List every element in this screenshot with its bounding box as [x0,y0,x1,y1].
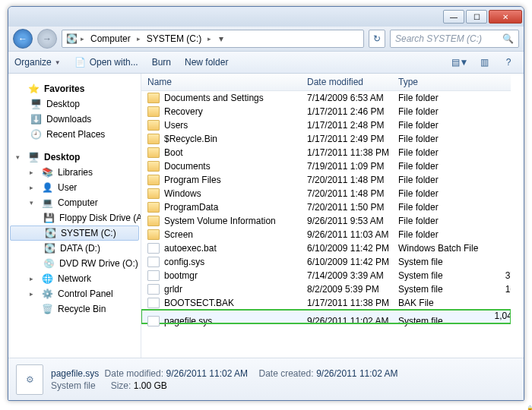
open-with-button[interactable]: 📄Open with... [74,56,138,68]
nav-downloads[interactable]: ⬇️Downloads [10,112,139,127]
file-list[interactable]: Name Date modified Type Size Documents a… [141,74,511,358]
refresh-button[interactable]: ↻ [369,30,385,48]
file-row[interactable]: System Volume Information9/26/2011 9:53 … [141,214,511,228]
collapse-icon[interactable]: ▾ [16,153,23,161]
file-icon [147,270,160,281]
file-type: System file [398,284,482,295]
nav-data-d[interactable]: 💽DATA (D:) [10,241,139,256]
file-name: pagefile.sys [164,316,212,326]
help-button[interactable]: ? [499,55,518,70]
search-box[interactable]: Search SYSTEM (C:) 🔍 [390,30,519,48]
close-button[interactable]: ✕ [489,10,522,24]
collapse-icon[interactable]: ▾ [30,199,36,207]
file-type: File folder [398,120,482,131]
file-type: File folder [398,93,482,103]
control-panel-icon: ⚙️ [41,288,53,300]
file-row[interactable]: grldr8/2/2009 5:39 PMSystem file168 KB [141,282,511,296]
address-dropdown[interactable]: ▾ [214,33,228,44]
file-type: File folder [398,134,482,144]
breadcrumb-computer[interactable]: Computer [87,33,134,44]
col-size[interactable]: Size [482,77,511,87]
col-name[interactable]: Name [147,77,307,87]
desktop-icon: 🖥️ [27,151,40,163]
nav-libraries[interactable]: ▸📚Libraries [10,165,139,180]
file-row[interactable]: bootmgr7/14/2009 3:39 AMSystem file375 K… [141,269,511,282]
file-name: Documents and Settings [164,93,264,103]
chevron-right-icon: ▸ [207,35,211,43]
col-date[interactable]: Date modified [307,77,398,87]
expand-icon[interactable]: ▸ [30,184,36,191]
nav-recycle-bin[interactable]: 🗑️Recycle Bin [10,301,139,317]
view-menu[interactable]: ▤▼ [451,55,469,70]
folder-icon [147,229,160,240]
minimize-button[interactable]: — [443,10,464,24]
file-row[interactable]: BOOTSECT.BAK1/17/2011 11:38 PMBAK File8 … [141,296,511,310]
file-row[interactable]: Documents7/19/2011 1:09 PMFile folder [141,159,511,173]
file-type: File folder [398,175,482,185]
nav-desktop-fav[interactable]: 🖥️Desktop [10,96,139,112]
file-row[interactable]: ProgramData7/20/2011 1:50 PMFile folder [141,200,511,214]
nav-control-panel[interactable]: ▸⚙️Control Panel [10,286,139,301]
file-row[interactable]: autoexec.bat6/10/2009 11:42 PMWindows Ba… [141,241,511,255]
file-row[interactable]: $Recycle.Bin1/17/2011 2:49 PMFile folder [141,132,511,146]
file-name: Recovery [164,106,203,117]
chevron-right-icon: ▸ [81,35,84,43]
titlebar: — ☐ ✕ [8,7,524,27]
nav-system-c[interactable]: 💽SYSTEM (C:) [10,226,139,241]
file-row[interactable]: Windows7/20/2011 1:48 PMFile folder [141,187,511,200]
star-icon: ⭐ [27,83,40,95]
maximize-button[interactable]: ☐ [466,10,487,24]
file-date: 7/20/2011 1:50 PM [307,202,398,213]
nav-favorites[interactable]: ⭐Favorites [10,81,139,96]
expand-icon[interactable]: ▸ [30,290,36,298]
file-row[interactable]: Recovery1/17/2011 2:46 PMFile folder [141,105,511,118]
floppy-icon: 💾 [43,212,55,224]
file-date: 9/26/2011 11:03 AM [307,229,398,240]
preview-pane-button[interactable]: ▥ [475,55,493,70]
nav-dvd[interactable]: 💿DVD RW Drive (O:) [10,256,139,271]
details-type: System file [51,380,96,391]
refresh-icon: ↻ [373,33,381,44]
file-name: ProgramData [164,202,218,213]
downloads-icon: ⬇️ [30,113,42,125]
nav-user[interactable]: ▸👤User [10,180,139,195]
back-button[interactable]: ← [13,29,33,49]
chevron-down-icon: ▼ [460,57,469,68]
nav-recent[interactable]: 🕘Recent Places [10,127,139,142]
organize-menu[interactable]: Organize▼ [14,57,61,68]
search-icon: 🔍 [502,33,514,44]
file-date: 6/10/2009 11:42 PM [307,257,398,267]
file-type: System file [398,316,482,326]
nav-floppy[interactable]: 💾Floppy Disk Drive (A:) [10,210,139,226]
file-row[interactable]: pagefile.sys9/26/2011 11:02 AMSystem fil… [141,310,511,323]
forward-button[interactable]: → [37,29,57,49]
address-bar[interactable]: 💽 ▸ Computer ▸ SYSTEM (C:) ▸ ▾ [62,30,364,48]
file-row[interactable]: Users1/17/2011 2:48 PMFile folder [141,118,511,132]
vertical-scrollbar[interactable] [511,74,524,358]
file-type: File folder [398,188,482,199]
file-row[interactable]: Boot1/17/2011 11:38 PMFile folder [141,146,511,159]
folder-icon [147,161,160,172]
nav-computer[interactable]: ▾💻Computer [10,195,139,210]
file-size: 375 KB [482,270,511,281]
toolbar: Organize▼ 📄Open with... Burn New folder … [8,51,524,74]
burn-button[interactable]: Burn [152,57,171,68]
nav-network[interactable]: ▸🌐Network [10,271,139,286]
expand-icon[interactable]: ▸ [30,169,36,176]
nav-pane[interactable]: ⭐Favorites 🖥️Desktop ⬇️Downloads 🕘Recent… [8,74,141,358]
file-row[interactable]: Documents and Settings7/14/2009 6:53 AMF… [141,91,511,105]
file-type: System file [398,270,482,281]
new-folder-button[interactable]: New folder [185,57,228,68]
nav-desktop-root[interactable]: ▾🖥️Desktop [10,150,139,165]
expand-icon[interactable]: ▸ [30,275,36,282]
file-name: System Volume Information [164,216,276,226]
breadcrumb-drive[interactable]: SYSTEM (C:) [144,33,205,44]
col-type[interactable]: Type [398,77,482,87]
file-date: 1/17/2011 2:48 PM [307,120,398,131]
column-headers: Name Date modified Type Size [141,74,511,91]
file-name: Documents [164,161,211,172]
file-row[interactable]: Screen9/26/2011 11:03 AMFile folder [141,228,511,241]
file-row[interactable]: Program Files7/20/2011 1:48 PMFile folde… [141,173,511,187]
file-name: Windows [164,188,201,199]
file-row[interactable]: config.sys6/10/2009 11:42 PMSystem file1… [141,255,511,269]
